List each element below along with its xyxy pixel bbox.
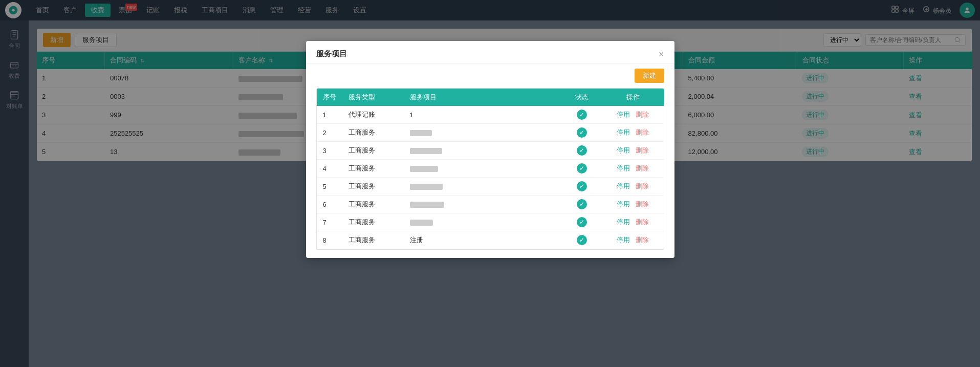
disable-button[interactable]: 停用 [617,200,630,208]
modal-cell-seq: 7 [317,213,342,231]
status-check-icon: ✓ [577,110,587,120]
service-modal: 服务项目 × 新建 序号 服务类型 服务项目 状态 操作 [306,41,674,258]
delete-button[interactable]: 删除 [636,200,649,208]
modal-cell-seq: 6 [317,196,342,213]
modal-cell-item [404,142,561,160]
modal-col-item: 服务项目 [404,89,561,106]
delete-button[interactable]: 删除 [636,111,649,118]
modal-cell-actions: 停用 删除 [602,124,664,142]
item-text: 注册 [410,236,423,244]
disable-button[interactable]: 停用 [617,236,630,244]
modal-cell-seq: 3 [317,142,342,160]
modal-title: 服务项目 [316,49,347,59]
modal-table-header: 序号 服务类型 服务项目 状态 操作 [317,89,664,106]
modal-cell-actions: 停用 删除 [602,178,664,196]
delete-button[interactable]: 删除 [636,164,649,172]
modal-body: 序号 服务类型 服务项目 状态 操作 1 代理记账 1 ✓ 停用 删除 [306,88,674,258]
delete-button[interactable]: 删除 [636,128,649,136]
modal-overlay: 服务项目 × 新建 序号 服务类型 服务项目 状态 操作 [0,0,980,367]
modal-cell-status: ✓ [561,160,602,178]
disable-button[interactable]: 停用 [617,128,630,136]
modal-cell-actions: 停用 删除 [602,196,664,213]
disable-button[interactable]: 停用 [617,164,630,172]
list-item: 4 工商服务 ✓ 停用 删除 [317,160,664,178]
modal-cell-actions: 停用 删除 [602,213,664,231]
delete-button[interactable]: 删除 [636,236,649,244]
modal-cell-actions: 停用 删除 [602,160,664,178]
modal-service-table: 序号 服务类型 服务项目 状态 操作 1 代理记账 1 ✓ 停用 删除 [317,89,664,249]
modal-cell-status: ✓ [561,178,602,196]
modal-cell-seq: 8 [317,231,342,249]
delete-button[interactable]: 删除 [636,146,649,154]
modal-cell-status: ✓ [561,213,602,231]
list-item: 8 工商服务 注册 ✓ 停用 删除 [317,231,664,249]
list-item: 1 代理记账 1 ✓ 停用 删除 [317,106,664,124]
modal-cell-type: 工商服务 [342,213,404,231]
disable-button[interactable]: 停用 [617,111,630,118]
modal-cell-item [404,196,561,213]
modal-col-action: 操作 [602,89,664,106]
modal-cell-type: 工商服务 [342,124,404,142]
modal-col-type: 服务类型 [342,89,404,106]
list-item: 5 工商服务 ✓ 停用 删除 [317,178,664,196]
modal-header: 服务项目 × [306,41,674,63]
modal-cell-item [404,124,561,142]
delete-button[interactable]: 删除 [636,218,649,226]
modal-cell-seq: 4 [317,160,342,178]
modal-cell-seq: 5 [317,178,342,196]
modal-table-body: 1 代理记账 1 ✓ 停用 删除 2 工商服务 ✓ 停用 删除 3 工商服务 ✓… [317,106,664,249]
status-check-icon: ✓ [577,199,587,209]
modal-cell-type: 工商服务 [342,178,404,196]
modal-cell-item [404,213,561,231]
list-item: 7 工商服务 ✓ 停用 删除 [317,213,664,231]
modal-cell-item [404,178,561,196]
modal-cell-status: ✓ [561,231,602,249]
modal-cell-item: 1 [404,106,561,124]
list-item: 6 工商服务 ✓ 停用 删除 [317,196,664,213]
status-check-icon: ✓ [577,181,587,191]
modal-cell-item: 注册 [404,231,561,249]
modal-col-status: 状态 [561,89,602,106]
status-check-icon: ✓ [577,217,587,227]
modal-cell-status: ✓ [561,142,602,160]
delete-button[interactable]: 删除 [636,182,649,190]
status-check-icon: ✓ [577,235,587,245]
modal-cell-seq: 1 [317,106,342,124]
modal-cell-seq: 2 [317,124,342,142]
item-text: 1 [410,111,413,119]
modal-cell-type: 工商服务 [342,142,404,160]
modal-cell-item [404,160,561,178]
modal-cell-status: ✓ [561,124,602,142]
disable-button[interactable]: 停用 [617,146,630,154]
modal-cell-actions: 停用 删除 [602,106,664,124]
modal-cell-status: ✓ [561,106,602,124]
modal-toolbar: 新建 [306,63,674,88]
disable-button[interactable]: 停用 [617,218,630,226]
modal-cell-type: 工商服务 [342,196,404,213]
list-item: 3 工商服务 ✓ 停用 删除 [317,142,664,160]
modal-close-button[interactable]: × [659,50,664,59]
modal-new-button[interactable]: 新建 [635,69,664,83]
list-item: 2 工商服务 ✓ 停用 删除 [317,124,664,142]
modal-cell-type: 工商服务 [342,231,404,249]
status-check-icon: ✓ [577,163,587,174]
disable-button[interactable]: 停用 [617,182,630,190]
modal-col-seq: 序号 [317,89,342,106]
modal-cell-type: 代理记账 [342,106,404,124]
modal-cell-actions: 停用 删除 [602,142,664,160]
status-check-icon: ✓ [577,145,587,156]
status-check-icon: ✓ [577,127,587,138]
modal-cell-status: ✓ [561,196,602,213]
modal-cell-actions: 停用 删除 [602,231,664,249]
modal-table-wrapper: 序号 服务类型 服务项目 状态 操作 1 代理记账 1 ✓ 停用 删除 [316,88,664,250]
modal-cell-type: 工商服务 [342,160,404,178]
